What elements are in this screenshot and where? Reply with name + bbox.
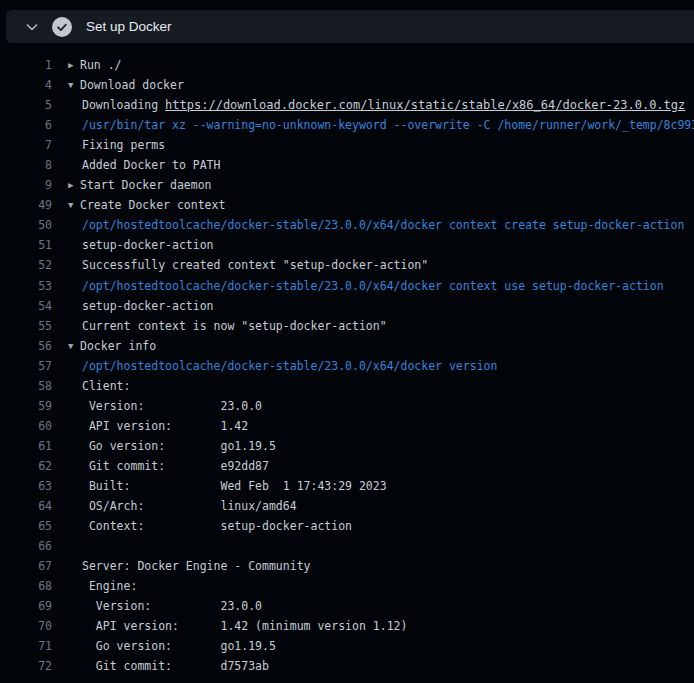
log-lines: 1▶Run ./4▼Download docker5Downloading ht… (0, 43, 694, 676)
log-text: Go version: go1.19.5 (82, 436, 276, 456)
log-text: Fixing perms (82, 135, 165, 155)
log-line-53: 53/opt/hostedtoolcache/docker-stable/23.… (0, 276, 694, 296)
log-line-65: 65 Context: setup-docker-action (0, 516, 694, 536)
line-number: 7 (0, 135, 52, 155)
log-line-66: 66 (0, 536, 694, 556)
log-text: Go version: go1.19.5 (82, 636, 276, 656)
log-text: Current context is now "setup-docker-act… (82, 316, 387, 336)
group-expanded-icon[interactable]: ▼ (68, 195, 80, 215)
log-command-text: /opt/hostedtoolcache/docker-stable/23.0.… (82, 215, 684, 235)
line-number: 50 (0, 215, 52, 235)
line-number: 56 (0, 336, 52, 356)
log-text: Added Docker to PATH (82, 155, 220, 175)
log-line-56: 56▼Docker info (0, 336, 694, 356)
group-title[interactable]: Start Docker daemon (80, 175, 212, 195)
log-text: Client: (82, 376, 130, 396)
log-text: OS/Arch: linux/amd64 (82, 496, 297, 516)
log-line-67: 67Server: Docker Engine - Community (0, 556, 694, 576)
line-number: 1 (0, 55, 52, 75)
log-text: Successfully created context "setup-dock… (82, 255, 428, 275)
log-line-64: 64 OS/Arch: linux/amd64 (0, 496, 694, 516)
line-number: 68 (0, 576, 52, 596)
line-number: 8 (0, 155, 52, 175)
log-line-72: 72 Git commit: d7573ab (0, 656, 694, 676)
group-expanded-icon[interactable]: ▼ (68, 336, 80, 356)
group-collapsed-icon[interactable]: ▶ (68, 55, 80, 75)
log-text: Version: 23.0.0 (82, 396, 262, 416)
log-line-55: 55Current context is now "setup-docker-a… (0, 316, 694, 336)
log-line-60: 60 API version: 1.42 (0, 416, 694, 436)
log-line-9: 9▶Start Docker daemon (0, 175, 694, 195)
line-number: 71 (0, 636, 52, 656)
line-number: 67 (0, 556, 52, 576)
line-number: 54 (0, 296, 52, 316)
group-collapsed-icon[interactable]: ▶ (68, 175, 80, 195)
log-line-49: 49▼Create Docker context (0, 195, 694, 215)
log-line-6: 6/usr/bin/tar xz --warning=no-unknown-ke… (0, 115, 694, 135)
line-number: 51 (0, 235, 52, 255)
log-line-63: 63 Built: Wed Feb 1 17:43:29 2023 (0, 476, 694, 496)
line-number: 57 (0, 356, 52, 376)
log-text: Context: setup-docker-action (82, 516, 352, 536)
log-line-61: 61 Go version: go1.19.5 (0, 436, 694, 456)
log-line-5: 5Downloading https://download.docker.com… (0, 95, 694, 115)
log-line-58: 58Client: (0, 376, 694, 396)
log-line-8: 8Added Docker to PATH (0, 155, 694, 175)
log-line-71: 71 Go version: go1.19.5 (0, 636, 694, 656)
log-text: Built: Wed Feb 1 17:43:29 2023 (82, 476, 387, 496)
log-text: Git commit: d7573ab (82, 656, 269, 676)
line-number: 9 (0, 175, 52, 195)
group-title[interactable]: Docker info (80, 336, 156, 356)
group-expanded-icon[interactable]: ▼ (68, 75, 80, 95)
line-number: 63 (0, 476, 52, 496)
log-text: Git commit: e92dd87 (82, 456, 269, 476)
group-title[interactable]: Download docker (80, 75, 184, 95)
line-number: 62 (0, 456, 52, 476)
log-line-50: 50/opt/hostedtoolcache/docker-stable/23.… (0, 215, 694, 235)
log-line-7: 7Fixing perms (0, 135, 694, 155)
step-header[interactable]: Set up Docker (6, 10, 694, 43)
log-url-link[interactable]: https://download.docker.com/linux/static… (165, 98, 685, 112)
log-line-4: 4▼Download docker (0, 75, 694, 95)
log-line-54: 54setup-docker-action (0, 296, 694, 316)
line-number: 66 (0, 536, 52, 556)
log-line-1: 1▶Run ./ (0, 55, 694, 75)
line-number: 65 (0, 516, 52, 536)
line-number: 55 (0, 316, 52, 336)
line-number: 58 (0, 376, 52, 396)
log-command-text: /opt/hostedtoolcache/docker-stable/23.0.… (82, 276, 664, 296)
log-text: Version: 23.0.0 (82, 596, 262, 616)
log-line-62: 62 Git commit: e92dd87 (0, 456, 694, 476)
line-number: 59 (0, 396, 52, 416)
line-number: 61 (0, 436, 52, 456)
check-circle-icon (52, 17, 72, 37)
log-line-69: 69 Version: 23.0.0 (0, 596, 694, 616)
chevron-down-icon[interactable] (24, 19, 40, 35)
log-text: setup-docker-action (82, 235, 214, 255)
log-line-70: 70 API version: 1.42 (minimum version 1.… (0, 616, 694, 636)
log-command-text: /opt/hostedtoolcache/docker-stable/23.0.… (82, 356, 497, 376)
line-number: 6 (0, 115, 52, 135)
line-number: 64 (0, 496, 52, 516)
log-text: Downloading https://download.docker.com/… (82, 95, 685, 115)
log-line-52: 52Successfully created context "setup-do… (0, 255, 694, 275)
log-text: setup-docker-action (82, 296, 214, 316)
step-title: Set up Docker (86, 19, 172, 34)
group-title[interactable]: Create Docker context (80, 195, 225, 215)
line-number: 52 (0, 255, 52, 275)
log-text: Engine: (82, 576, 137, 596)
log-text: API version: 1.42 (82, 416, 248, 436)
line-number: 4 (0, 75, 52, 95)
log-text: Server: Docker Engine - Community (82, 556, 310, 576)
group-title[interactable]: Run ./ (80, 55, 122, 75)
log-line-57: 57/opt/hostedtoolcache/docker-stable/23.… (0, 356, 694, 376)
log-text-prefix: Downloading (82, 98, 165, 112)
log-command-text: /usr/bin/tar xz --warning=no-unknown-key… (82, 115, 694, 135)
line-number: 72 (0, 656, 52, 676)
line-number: 5 (0, 95, 52, 115)
log-line-51: 51setup-docker-action (0, 235, 694, 255)
log-text: API version: 1.42 (minimum version 1.12) (82, 616, 407, 636)
line-number: 70 (0, 616, 52, 636)
line-number: 60 (0, 416, 52, 436)
log-line-59: 59 Version: 23.0.0 (0, 396, 694, 416)
